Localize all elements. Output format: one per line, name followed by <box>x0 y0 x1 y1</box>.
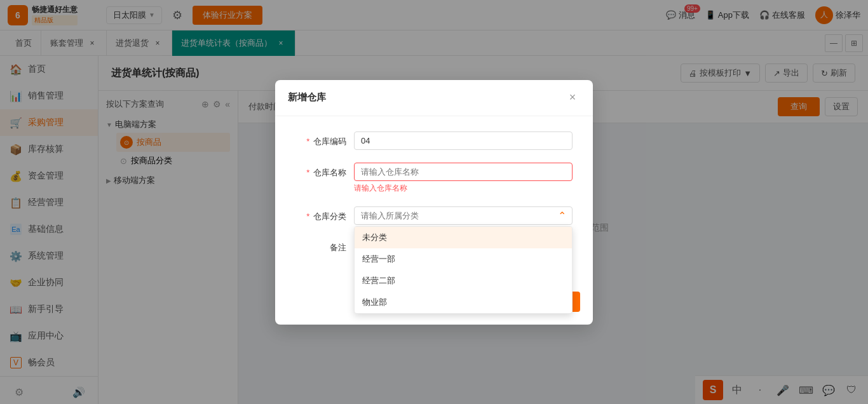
modal-overlay: 新增仓库 × * 仓库编码 * 仓库名称 <box>0 0 868 404</box>
code-label: * 仓库编码 <box>295 131 346 147</box>
category-dropdown-list: 未分类 经营一部 经营二部 物业部 <box>354 226 573 314</box>
category-input-wrap: ⌃ <box>354 206 573 225</box>
name-label: * 仓库名称 <box>295 163 346 178</box>
dropdown-item-dept2[interactable]: 经营二部 <box>355 270 572 292</box>
name-form-row: * 仓库名称 请输入仓库名称 <box>295 163 573 194</box>
modal-title: 新增仓库 <box>288 91 326 104</box>
modal-close-button[interactable]: × <box>565 90 580 105</box>
modal-header: 新增仓库 × <box>275 80 593 116</box>
code-input[interactable] <box>354 131 573 150</box>
code-field <box>354 131 573 150</box>
dropdown-item-property[interactable]: 物业部 <box>355 292 572 313</box>
dropdown-item-uncategorized[interactable]: 未分类 <box>355 227 572 248</box>
new-warehouse-modal: 新增仓库 × * 仓库编码 * 仓库名称 <box>275 80 593 325</box>
name-error-message: 请输入仓库名称 <box>354 183 573 194</box>
code-form-row: * 仓库编码 <box>295 131 573 150</box>
modal-body: * 仓库编码 * 仓库名称 请输入仓库名称 <box>275 116 593 284</box>
category-field: ⌃ 未分类 经营一部 经营二部 物业部 <box>354 206 573 225</box>
notes-label: 备注 <box>295 238 346 253</box>
dropdown-item-dept1[interactable]: 经营一部 <box>355 248 572 270</box>
name-field: 请输入仓库名称 <box>354 163 573 194</box>
category-dropdown-arrow[interactable]: ⌃ <box>558 210 566 222</box>
category-label: * 仓库分类 <box>295 206 346 222</box>
category-input[interactable] <box>354 206 573 225</box>
category-form-row: * 仓库分类 ⌃ 未分类 经营一部 经营二部 物业部 <box>295 206 573 225</box>
name-input[interactable] <box>354 163 573 181</box>
